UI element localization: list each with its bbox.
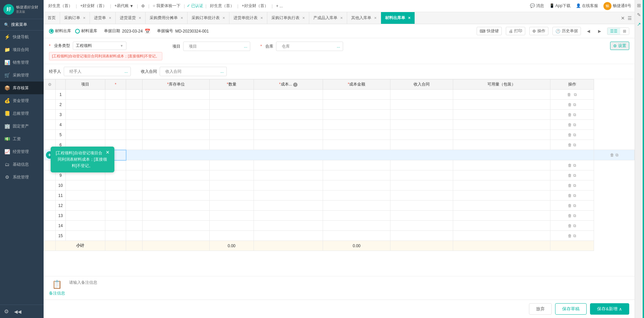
copy-icon-8[interactable]: ⧉ <box>573 163 576 168</box>
delete-icon-9[interactable]: 🗑 <box>568 173 572 178</box>
online-service-btn[interactable]: 👤 在线客服 <box>576 3 598 9</box>
tab-finished-in[interactable]: 产成品入库单 ✕ <box>309 12 347 24</box>
nav-yidaizhang[interactable]: +易代账 ▼ <box>113 2 135 9</box>
copy-icon-1[interactable]: ⧉ <box>574 92 577 97</box>
delete-icon-15[interactable]: 🗑 <box>568 233 572 238</box>
save-new-btn[interactable]: 保存&新增 ∧ <box>590 303 629 315</box>
delete-icon-12[interactable]: 🗑 <box>568 203 572 208</box>
copy-icon-10[interactable]: ⧉ <box>573 183 576 188</box>
delete-icon-1[interactable]: 🗑 <box>567 92 571 97</box>
tab-other-in[interactable]: 其他入库单 ✕ <box>347 12 381 24</box>
messages-btn[interactable]: 💬 消息 <box>530 3 544 9</box>
tab-material-out[interactable]: 材料出库单 ✕ <box>381 12 415 24</box>
sidebar-item-accounting[interactable]: 📒 总账管理 <box>0 107 44 120</box>
right-panel-icon-3[interactable]: ↗ <box>637 21 641 27</box>
sidebar-item-sales[interactable]: 📊 销售管理 <box>0 56 44 69</box>
operations-btn[interactable]: ⚙ 操作 <box>529 27 548 35</box>
tab-close-purchase-stat[interactable]: ✕ <box>222 16 225 20</box>
tab-purchase-return[interactable]: 进货退货 ✕ <box>116 12 146 24</box>
shortcut-btn[interactable]: ⌨ 快捷键 <box>477 27 502 35</box>
calendar-icon[interactable]: 📅 <box>145 29 150 34</box>
sidebar-item-finance[interactable]: 💰 资金管理 <box>0 94 44 107</box>
tab-purchase-order[interactable]: 采购订单 ✕ <box>60 12 90 24</box>
app-download-btn[interactable]: 📱 App下载 <box>549 3 571 9</box>
row-product-1[interactable] <box>105 90 126 100</box>
tab-close-purchase-exec[interactable]: ✕ <box>302 16 305 20</box>
delete-icon-3[interactable]: 🗑 <box>568 112 572 117</box>
nav-haoyecai[interactable]: +好业财（首） <box>79 2 108 9</box>
radio-material-out[interactable]: 材料出库 <box>49 28 71 34</box>
copy-icon-14[interactable]: ⧉ <box>573 223 576 228</box>
delete-icon-6[interactable]: 🗑 <box>568 143 572 147</box>
tab-close-in-stat[interactable]: ✕ <box>260 16 263 20</box>
sidebar-item-base[interactable]: 🗂 基础信息 <box>0 158 44 171</box>
sidebar-item-project[interactable]: 📁 项目合同 <box>0 43 44 56</box>
handler-dots[interactable]: ... <box>124 69 128 74</box>
copy-icon-11[interactable]: ⧉ <box>573 193 576 198</box>
row-available-1[interactable] <box>453 90 550 100</box>
tab-purchase-expense[interactable]: 采购费用分摊单 ✕ <box>146 12 187 24</box>
delete-icon-8[interactable]: 🗑 <box>568 163 572 168</box>
business-type-select[interactable]: 工程领料 ▼ <box>73 42 126 50</box>
tooltip-close[interactable]: ✕ <box>106 150 110 155</box>
cost-info-icon[interactable]: i <box>293 83 298 87</box>
right-panel-icon-1[interactable]: ⊞ <box>637 3 641 8</box>
print-btn[interactable]: 🖨 打印 <box>506 27 525 35</box>
tab-purchase-in[interactable]: 进货单 ✕ <box>90 12 116 24</box>
save-draft-btn[interactable]: 保存草稿 <box>555 303 587 315</box>
delete-icon-5[interactable]: 🗑 <box>568 132 572 137</box>
sidebar-item-system[interactable]: ⚙ 系统管理 <box>0 171 44 183</box>
nav-haoshengyi2[interactable]: 好生意（首） <box>209 2 235 9</box>
sidebar-item-shortcut[interactable]: ⚡ 快捷导航 <box>0 31 44 43</box>
user-btn[interactable]: 畅 畅捷通8号 <box>603 2 631 10</box>
tab-close-purchase-in[interactable]: ✕ <box>109 16 111 20</box>
tab-home[interactable]: 首页 <box>44 12 60 24</box>
nav-haoshengyi[interactable]: 好生意（首） <box>47 2 74 9</box>
radio-material-return[interactable]: 材料退库 <box>75 28 97 34</box>
row-spec-1[interactable] <box>126 90 143 100</box>
copy-icon-9[interactable]: ⧉ <box>573 173 576 178</box>
tab-in-stat[interactable]: 进货单统计表 ✕ <box>229 12 267 24</box>
note-input[interactable] <box>69 280 629 289</box>
right-panel-icon-2[interactable]: ✎ <box>637 12 641 17</box>
row-income-contract-1[interactable] <box>390 90 453 100</box>
sidebar-item-operations[interactable]: 📈 经营管理 <box>0 145 44 158</box>
copy-icon-13[interactable]: ⧉ <box>573 213 576 218</box>
tab-close-all[interactable]: ✕ <box>621 15 625 21</box>
delete-icon-7[interactable]: 🗑 <box>610 153 614 157</box>
sidebar-item-salary[interactable]: 💵 工资 <box>0 132 44 145</box>
row-cost-amount-1[interactable] <box>323 90 390 100</box>
sidebar-item-purchase[interactable]: 🛒 采购管理 <box>0 69 44 82</box>
delete-icon-14[interactable]: 🗑 <box>568 223 572 228</box>
next-btn[interactable]: ▶ <box>596 28 603 34</box>
sidebar-item-assets[interactable]: 🏢 固定资产 <box>0 120 44 132</box>
nav-experience[interactable]: ○ 我要体验一下 <box>151 2 182 9</box>
tab-purchase-exec[interactable]: 采购订单执行表 ✕ <box>267 12 309 24</box>
warehouse-dots[interactable]: ... <box>337 44 340 49</box>
copy-icon-4[interactable]: ⧉ <box>573 122 576 127</box>
table-view-btn[interactable]: ☰☰ <box>607 28 620 35</box>
card-view-btn[interactable]: ⊞ <box>620 28 629 35</box>
copy-icon-6[interactable]: ⧉ <box>573 143 576 147</box>
tab-close-other-in[interactable]: ✕ <box>374 16 377 20</box>
form-settings-btn[interactable]: ⚙ 设置 <box>610 42 629 50</box>
delete-icon-2[interactable]: 🗑 <box>568 102 572 107</box>
date-value[interactable]: 2023-03-24 <box>122 29 143 34</box>
project-input[interactable] <box>186 43 242 50</box>
sidebar-item-inventory[interactable]: 📦 库存核算 <box>0 82 44 94</box>
tab-close-purchase-expense[interactable]: ✕ <box>180 16 183 20</box>
tab-menu[interactable]: ☰ <box>628 15 632 21</box>
delete-icon-10[interactable]: 🗑 <box>568 183 572 188</box>
tab-close-purchase-return[interactable]: ✕ <box>139 16 141 20</box>
prev-btn[interactable]: ◀ <box>585 28 592 34</box>
collapse-icon[interactable]: ◀◀ <box>14 309 21 314</box>
delete-icon-4[interactable]: 🗑 <box>568 122 572 127</box>
copy-icon-3[interactable]: ⧉ <box>573 112 576 117</box>
col-settings[interactable]: ⚙ <box>44 80 56 90</box>
number-value[interactable]: MD-20230324-001 <box>175 29 209 34</box>
copy-icon-12[interactable]: ⧉ <box>573 203 576 208</box>
tab-close-finished-in[interactable]: ✕ <box>340 16 343 20</box>
copy-icon-15[interactable]: ⧉ <box>573 233 576 238</box>
table-settings-icon[interactable]: ⚙ <box>48 82 52 87</box>
tab-purchase-stat[interactable]: 采购订单统计表 ✕ <box>187 12 229 24</box>
